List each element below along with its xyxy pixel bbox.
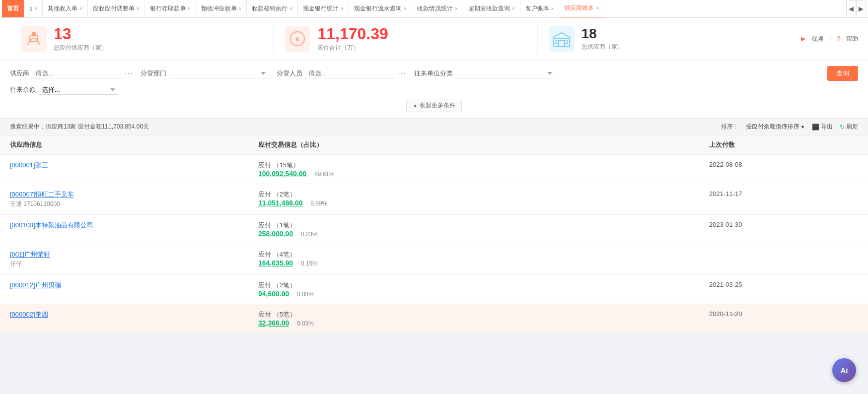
supplier-link[interactable]: [000007]恒旺二手叉车 bbox=[10, 191, 74, 198]
nav-tab-home[interactable]: 首页 bbox=[2, 0, 24, 18]
col-payable-header: 应付交易信息（占比） bbox=[258, 140, 709, 149]
payable-pct: 0.23% bbox=[301, 231, 318, 238]
table-row: [000002]李四 应付 （5笔） 32,366.00 0.03% 2020-… bbox=[0, 304, 868, 333]
nav-tab-collection-exec[interactable]: 收款核销执行 × bbox=[247, 0, 298, 18]
nav-scroll-arrows: ◀ ▶ bbox=[846, 0, 866, 18]
supplier-link[interactable]: [000001]张三 bbox=[10, 161, 48, 169]
nav-scroll-right[interactable]: ▶ bbox=[856, 0, 866, 18]
dept-filter-select[interactable] bbox=[169, 68, 269, 78]
total-suppliers-icon bbox=[548, 25, 576, 53]
supplier-sub: 仔仔 bbox=[10, 260, 258, 268]
stats-bar: 13 总应付供应商（家） ¥ 11,170.39 应付合计（万） bbox=[0, 18, 868, 60]
nav-tab-collection-exec-close[interactable]: × bbox=[289, 6, 292, 11]
payable-amount-row: 258,000.00 0.23% bbox=[258, 230, 709, 238]
col-lastdate-header: 上次付数 bbox=[709, 140, 858, 149]
svg-text:¥: ¥ bbox=[295, 35, 299, 43]
refresh-icon: ↻ bbox=[840, 124, 845, 131]
nav-tab-customer-account[interactable]: 客户账本 × bbox=[520, 0, 560, 18]
supplier-filter-input[interactable] bbox=[32, 68, 122, 78]
refresh-label: 刷新 bbox=[846, 123, 858, 131]
nav-tab-ar-ap-adjust[interactable]: 应收应付调整单 × bbox=[88, 0, 145, 18]
nav-scroll-left[interactable]: ◀ bbox=[846, 0, 856, 18]
supplier-info-cell: [000007]恒旺二手叉车 王通 17106110000 bbox=[10, 190, 258, 208]
stat-payable-total-info: 11,170.39 应付合计（万） bbox=[317, 25, 388, 52]
payable-amount[interactable]: 164,635.90 bbox=[258, 259, 293, 267]
search-button[interactable]: 查询 bbox=[827, 66, 858, 81]
sort-value[interactable]: 按应付余额倒序排序 ▼ bbox=[746, 123, 805, 131]
payable-amount[interactable]: 94,600.00 bbox=[258, 290, 289, 298]
sort-label: 排序： bbox=[721, 123, 739, 131]
refresh-button[interactable]: ↻ 刷新 bbox=[840, 123, 858, 131]
nav-tab-cash-bank-flow[interactable]: 现金银行流水查询 × bbox=[349, 0, 412, 18]
nav-tab-supplier-account-close[interactable]: × bbox=[596, 5, 599, 11]
payable-amount[interactable]: 11,051,486.00 bbox=[258, 199, 303, 207]
nav-tab-customer-account-close[interactable]: × bbox=[551, 6, 554, 11]
help-link[interactable]: 帮助 bbox=[846, 35, 858, 43]
payable-pct: 89.61% bbox=[314, 171, 335, 178]
category-filter-select[interactable] bbox=[456, 68, 555, 78]
nav-tab-other-income-close[interactable]: × bbox=[79, 6, 82, 11]
nav-tab-cash-bank-stats[interactable]: 现金银行统计 × bbox=[298, 0, 349, 18]
payable-pct: 0.15% bbox=[301, 260, 318, 267]
payable-text: 应付 bbox=[258, 221, 271, 229]
total-suppliers-num: 18 bbox=[581, 26, 623, 42]
filter-balance: 往来余额 选择... bbox=[10, 85, 118, 95]
nav-tab-advance-collect-close[interactable]: × bbox=[239, 6, 242, 11]
nav-tab-ar-ap-adjust-close[interactable]: × bbox=[137, 6, 140, 11]
filter-area: 供应商 ··· 分管部门 分管人员 ··· 往来单位分类 查询 bbox=[0, 60, 868, 119]
video-link[interactable]: 视频 bbox=[811, 35, 823, 43]
payable-amount[interactable]: 100,092,540.00 bbox=[258, 170, 306, 178]
nav-tab-collection-stats[interactable]: 收款情况统计 × bbox=[412, 0, 463, 18]
export-button[interactable]: ⬛ 导出 bbox=[812, 123, 833, 131]
payable-suppliers-num: 13 bbox=[54, 25, 107, 43]
payable-amount-row: 32,366.00 0.03% bbox=[258, 319, 709, 327]
payable-amount[interactable]: 258,000.00 bbox=[258, 230, 293, 238]
nav-tab-collection-exec-label: 收款核销执行 bbox=[252, 4, 288, 13]
supplier-link[interactable]: [000002]李四 bbox=[10, 311, 48, 318]
collapse-filter-button[interactable]: ▲ 收起更多条件 bbox=[406, 99, 462, 112]
last-date-cell: 2022-08-08 bbox=[709, 161, 858, 168]
supplier-info-cell: [001]广州荣轩 仔仔 bbox=[10, 250, 258, 268]
payable-total-num: 11,170.39 bbox=[317, 25, 388, 43]
supplier-filter-label: 供应商 bbox=[10, 69, 29, 78]
payable-count: （2笔） bbox=[273, 191, 296, 198]
nav-tab-other-income[interactable]: 其他收入单 × bbox=[43, 0, 88, 18]
nav-tab-cash-bank-flow-close[interactable]: × bbox=[404, 6, 407, 11]
nav-tab-overdue-ar-close[interactable]: × bbox=[512, 6, 515, 11]
nav-tab-bank-deposit-close[interactable]: × bbox=[188, 6, 191, 11]
last-date-cell: 2020-11-20 bbox=[709, 310, 858, 318]
category-filter-label: 往来单位分类 bbox=[414, 69, 453, 78]
nav-tab-overdue-ar[interactable]: 超期应收款查询 × bbox=[463, 0, 520, 18]
payable-info-cell: 应付 （4笔） 164,635.90 0.15% bbox=[258, 250, 709, 267]
supplier-link[interactable]: [000100]本特勤油品有限公司 bbox=[10, 221, 93, 229]
supplier-link[interactable]: [001]广州荣轩 bbox=[10, 251, 50, 258]
nav-tab-cash-bank-stats-close[interactable]: × bbox=[341, 6, 344, 11]
nav-tab-3[interactable]: 3 × bbox=[24, 0, 43, 18]
supplier-filter-dots[interactable]: ··· bbox=[125, 69, 133, 78]
last-date-cell: 2021-11-17 bbox=[709, 190, 858, 197]
payable-label: 应付 （2笔） bbox=[258, 281, 709, 290]
result-actions: 排序： 按应付余额倒序排序 ▼ ⬛ 导出 ↻ 刷新 bbox=[721, 123, 858, 131]
payable-suppliers-label: 总应付供应商（家） bbox=[54, 44, 107, 52]
payable-count: （15笔） bbox=[273, 161, 299, 169]
last-date-cell: 2021-03-25 bbox=[709, 281, 858, 288]
payable-info-cell: 应付 （5笔） 32,366.00 0.03% bbox=[258, 310, 709, 327]
nav-tab-supplier-account-label: 供应商账本 bbox=[564, 4, 594, 12]
video-link-icon: ▶ bbox=[801, 35, 805, 42]
nav-tab-bank-deposit[interactable]: 银行存取款单 × bbox=[145, 0, 196, 18]
person-filter-dots[interactable]: ··· bbox=[398, 69, 406, 78]
nav-tab-3-close[interactable]: × bbox=[34, 6, 37, 11]
table-row: [000012]广州贝瑞 应付 （2笔） 94,600.00 0.08% 202… bbox=[0, 275, 868, 304]
nav-tab-collection-stats-close[interactable]: × bbox=[455, 6, 458, 11]
payable-amount[interactable]: 32,366.00 bbox=[258, 319, 289, 327]
nav-tab-advance-collect[interactable]: 预收冲应收单 × bbox=[196, 0, 247, 18]
stat-total-suppliers-info: 18 总供应商（家） bbox=[581, 26, 623, 51]
nav-tab-supplier-account[interactable]: 供应商账本 × bbox=[559, 0, 604, 18]
person-filter-input[interactable] bbox=[305, 68, 395, 78]
supplier-sub: 王通 17106110000 bbox=[10, 200, 258, 208]
supplier-info-cell: [000001]张三 bbox=[10, 161, 258, 170]
collapse-filter-label: 收起更多条件 bbox=[420, 101, 455, 110]
balance-filter-select[interactable]: 选择... bbox=[39, 85, 118, 95]
supplier-link[interactable]: [000012]广州贝瑞 bbox=[10, 281, 61, 289]
export-label: 导出 bbox=[821, 123, 833, 131]
